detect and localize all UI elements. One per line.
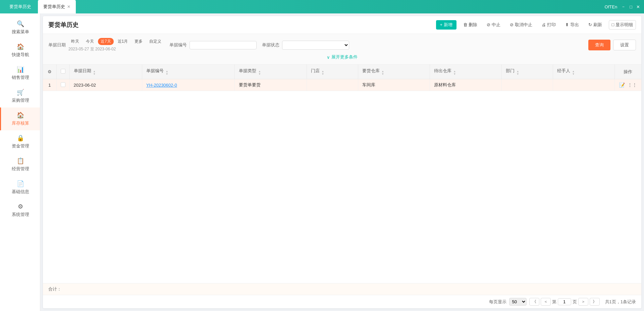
sidebar-item-search-menu[interactable]: 🔍 搜索菜单	[0, 16, 40, 39]
sort-doc-type-icon: ▲▼	[258, 70, 261, 76]
system-mgmt-icon: ⚙	[18, 203, 23, 210]
next-page-btn[interactable]: ＞	[578, 298, 588, 306]
th-doc-no[interactable]: 单据编号 ▲▼	[142, 64, 235, 79]
row-doc-no: YH-20230602-0	[142, 79, 235, 91]
sort-pending-wh-icon: ▲▼	[453, 70, 456, 76]
setting-button[interactable]: 设置	[613, 40, 636, 50]
new-button[interactable]: + 新增	[436, 20, 457, 30]
sidebar-item-quick-nav[interactable]: 🏠 快捷导航	[0, 39, 40, 62]
close-btn[interactable]: ✕	[636, 4, 640, 9]
cancel-stop-button[interactable]: ⊘ 取消中止	[507, 20, 535, 29]
row-checkbox[interactable]	[61, 82, 65, 87]
date-btn-custom[interactable]: 自定义	[147, 38, 164, 45]
page-title: 要货单历史	[48, 21, 436, 29]
print-button[interactable]: 🖨 打印	[539, 20, 559, 29]
prev-page-btn[interactable]: ＜	[541, 298, 551, 306]
search-menu-icon: 🔍	[17, 20, 24, 28]
chevron-down-icon: ∨	[327, 55, 330, 60]
sidebar-item-sales-mgmt[interactable]: 📊 销售管理	[0, 62, 40, 85]
th-ops: 操作	[614, 64, 641, 79]
display-detail-button[interactable]: □ 显示明细	[609, 20, 636, 30]
edit-icon[interactable]: 📝	[619, 82, 625, 88]
gear-icon[interactable]: ⚙	[48, 69, 52, 74]
purchase-mgmt-icon: 🛒	[17, 89, 24, 96]
sidebar-item-system-mgmt[interactable]: ⚙ 系统管理	[0, 199, 40, 222]
date-btn-7days[interactable]: 近7天	[98, 38, 114, 45]
table-header-row: ⚙ 单据日期 ▲▼ 单据编号 ▲▼	[43, 64, 641, 79]
stop-button[interactable]: ⊘ 中止	[484, 20, 503, 29]
sales-mgmt-icon: 📊	[17, 66, 24, 73]
th-store[interactable]: 门店 ▲▼	[307, 64, 358, 79]
sort-handler-icon: ▲▼	[572, 70, 575, 76]
page-unit: 页	[573, 299, 577, 305]
content-area: 要货单历史 + 新增 🗑 删除 ⊘ 中止 ⊘ 取消中止 🖨 打印 ⬆ 导出 ↻ …	[43, 16, 641, 308]
th-gear: ⚙	[43, 64, 56, 79]
tab-close-icon[interactable]: ✕	[67, 4, 70, 9]
date-btn-more[interactable]: 更多	[132, 38, 145, 45]
row-doc-type: 要货单要货	[235, 79, 307, 91]
toolbar: + 新增 🗑 删除 ⊘ 中止 ⊘ 取消中止 🖨 打印 ⬆ 导出 ↻ 刷新 □ 显…	[436, 20, 636, 30]
sidebar-item-search-menu-label: 搜索菜单	[12, 29, 29, 35]
per-page-label: 每页显示	[489, 299, 506, 305]
sidebar-item-finance-mgmt[interactable]: 🔒 资金管理	[0, 130, 40, 153]
page-info: 第 页	[552, 298, 577, 305]
th-req-warehouse[interactable]: 要货仓库 ▲▼	[358, 64, 430, 79]
row-index: 1	[43, 79, 56, 91]
date-filter-buttons: 昨天 今天 近7天 近1月 更多 自定义	[68, 38, 164, 45]
page-number-input[interactable]	[558, 298, 571, 305]
window-controls: OfTEn － □ ✕	[605, 4, 640, 10]
sidebar-item-system-mgmt-label: 系统管理	[12, 212, 29, 218]
brand-label: OfTEn	[605, 4, 618, 9]
sidebar-item-inventory-calc-label: 库存核算	[12, 120, 29, 126]
date-filter-group: 单据日期 昨天 今天 近7天 近1月 更多 自定义 2023-05-27 至 2…	[48, 38, 164, 52]
th-department[interactable]: 部门 ▲▼	[502, 64, 553, 79]
sidebar-item-inventory-calc[interactable]: 🏠 库存核算	[0, 107, 40, 130]
sidebar-item-ops-mgmt-label: 经营管理	[12, 166, 29, 172]
sort-store-icon: ▲▼	[321, 70, 324, 76]
inventory-calc-icon: 🏠	[17, 112, 24, 119]
maximize-btn[interactable]: □	[630, 4, 632, 9]
quick-nav-icon: 🏠	[17, 43, 24, 50]
page-navigation: 《 ＜ 第 页 ＞ 》	[529, 298, 600, 306]
th-handler[interactable]: 经手人 ▲▼	[553, 64, 614, 79]
doc-no-input[interactable]	[190, 41, 257, 49]
doc-no-label: 单据编号	[169, 42, 187, 48]
query-button[interactable]: 查询	[588, 40, 610, 50]
delete-button[interactable]: 🗑 删除	[461, 20, 480, 29]
tab-home[interactable]: 要货单历史	[4, 0, 37, 13]
header-checkbox[interactable]	[61, 69, 65, 74]
page-header: 要货单历史 + 新增 🗑 删除 ⊘ 中止 ⊘ 取消中止 🖨 打印 ⬆ 导出 ↻ …	[43, 16, 641, 34]
total-records-info: 共1页，1条记录	[605, 299, 636, 305]
expand-more-btn[interactable]: ∨ 展开更多条件	[48, 54, 636, 60]
tab-order-history[interactable]: 要货单历史 ✕	[38, 0, 76, 13]
sidebar-item-basic-info[interactable]: 📄 基础信息	[0, 176, 40, 199]
sort-dept-icon: ▲▼	[517, 70, 519, 76]
date-btn-1month[interactable]: 近1月	[115, 38, 131, 45]
th-doc-type[interactable]: 单据类型 ▲▼	[235, 64, 307, 79]
status-filter-label: 单据状态	[262, 42, 279, 48]
filter-row: 单据日期 昨天 今天 近7天 近1月 更多 自定义 2023-05-27 至 2…	[48, 38, 636, 52]
sidebar-item-purchase-mgmt[interactable]: 🛒 采购管理	[0, 85, 40, 107]
more-icon[interactable]: ⋮⋮	[628, 82, 637, 88]
doc-no-link[interactable]: YH-20230602-0	[146, 83, 177, 88]
row-pending-warehouse: 原材料仓库	[430, 79, 501, 91]
minimize-btn[interactable]: －	[621, 4, 626, 10]
sort-doc-no-icon: ▲▼	[166, 70, 168, 76]
per-page-select[interactable]: 50 10 20 100	[509, 298, 527, 306]
basic-info-icon: 📄	[17, 180, 24, 187]
pagination-bar: 每页显示 50 10 20 100 《 ＜ 第 页 ＞ 》 共1页，1条记录	[43, 295, 641, 308]
refresh-button[interactable]: ↻ 刷新	[586, 20, 605, 29]
th-pending-warehouse[interactable]: 待出仓库 ▲▼	[430, 64, 501, 79]
status-filter-group: 单据状态	[262, 41, 349, 50]
date-btn-today[interactable]: 今天	[83, 38, 97, 45]
row-ops: 📝 ⋮⋮	[614, 79, 641, 91]
status-filter-select[interactable]	[282, 41, 349, 50]
sidebar-item-finance-mgmt-label: 资金管理	[12, 143, 29, 149]
export-button[interactable]: ⬆ 导出	[562, 20, 582, 29]
last-page-btn[interactable]: 》	[590, 298, 600, 306]
sidebar-item-ops-mgmt[interactable]: 📋 经营管理	[0, 153, 40, 176]
filter-action-buttons: 查询 设置	[588, 40, 636, 50]
date-btn-yesterday[interactable]: 昨天	[68, 38, 82, 45]
th-doc-date[interactable]: 单据日期 ▲▼	[69, 64, 142, 79]
first-page-btn[interactable]: 《	[529, 298, 539, 306]
